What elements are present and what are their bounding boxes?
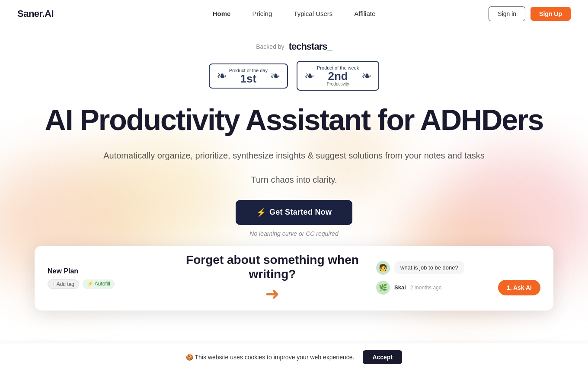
laurel-right-1: ❧ — [270, 69, 280, 83]
accept-cookie-button[interactable]: Accept — [363, 350, 402, 364]
nav-item-home[interactable]: Home — [213, 10, 231, 18]
preview-forget-text: Forget about something when writing? — [182, 253, 363, 282]
nav-item-affiliate[interactable]: Affiliate — [354, 10, 375, 18]
bolt-icon: ⚡ — [256, 208, 266, 217]
backed-by-label: Backed by — [256, 43, 284, 50]
award-week-rank: 2nd — [328, 70, 348, 82]
nav-link-home[interactable]: Home — [213, 10, 231, 17]
award-week-sub: Productivity — [327, 82, 349, 86]
nav-link-typical-users[interactable]: Typical Users — [294, 10, 332, 17]
award-day-text: Product of the day 1st — [229, 68, 268, 84]
nav-link-affiliate[interactable]: Affiliate — [354, 10, 375, 17]
nav-item-pricing[interactable]: Pricing — [252, 10, 272, 18]
laurel-left-1: ❧ — [217, 69, 227, 83]
laurel-left-2: ❧ — [304, 69, 314, 83]
preview-left: New Plan + Add tag ⚡ Autofill — [48, 267, 169, 289]
cookie-message: This website uses cookies to improve you… — [195, 354, 355, 361]
tag-add[interactable]: + Add tag — [48, 279, 79, 289]
cookie-text: 🍪 This website uses cookies to improve y… — [186, 354, 354, 361]
award-week-text: Product of the week 2nd Productivity — [317, 65, 359, 86]
tag-autofill[interactable]: ⚡ Autofill — [83, 279, 115, 289]
signup-button[interactable]: Sign Up — [530, 7, 571, 21]
preview-plan-title: New Plan — [48, 267, 169, 275]
hero-heading: AI Productivity Assistant for ADHDers — [45, 104, 543, 136]
get-started-button[interactable]: ⚡ Get Started Now — [236, 200, 353, 225]
cta-label: Get Started Now — [269, 208, 332, 217]
cta-wrapper: ⚡ Get Started Now No learning curve or C… — [236, 200, 353, 237]
backed-by-section: Backed by techstars_ — [256, 41, 332, 52]
nav-actions: Sign in Sign Up — [489, 6, 571, 21]
preview-middle: Forget about something when writing? ➜ — [182, 253, 363, 304]
award-week: ❧ Product of the week 2nd Productivity ❧ — [297, 61, 379, 91]
preview-chat-bubble: what is job to be done? — [394, 261, 464, 274]
techstars-logo: techstars_ — [289, 41, 332, 52]
ask-ai-button[interactable]: 1. Ask AI — [498, 280, 540, 295]
preview-right: 🧑 what is job to be done? 🌿 Skai 2 month… — [376, 261, 540, 295]
awards-row: ❧ Product of the day 1st ❧ ❧ Product of … — [209, 61, 380, 91]
hero-subheading: Automatically organize, prioritize, synt… — [103, 149, 485, 162]
preview-user-time: 2 months ago — [410, 285, 442, 291]
main-content: Backed by techstars_ ❧ Product of the da… — [0, 28, 588, 311]
preview-chat-row: 🧑 what is job to be done? — [376, 261, 540, 275]
preview-arrow-icon: ➜ — [265, 284, 280, 304]
preview-avatar: 🧑 — [376, 261, 390, 275]
preview-tags: + Add tag ⚡ Autofill — [48, 279, 169, 289]
cookie-emoji: 🍪 — [186, 354, 193, 361]
cookie-banner: 🍪 This website uses cookies to improve y… — [0, 343, 588, 371]
preview-card: New Plan + Add tag ⚡ Autofill Forget abo… — [35, 246, 553, 311]
laurel-right-2: ❧ — [361, 69, 371, 83]
logo[interactable]: Saner.AI — [17, 8, 54, 19]
cta-note: No learning curve or CC required — [249, 230, 338, 237]
navbar: Saner.AI Home Pricing Typical Users Affi… — [0, 0, 588, 28]
chaos-text: Turn chaos into clarity. — [251, 175, 337, 185]
signin-button[interactable]: Sign in — [489, 6, 525, 21]
nav-links: Home Pricing Typical Users Affiliate — [213, 10, 376, 18]
award-day: ❧ Product of the day 1st ❧ — [209, 63, 288, 89]
award-day-rank: 1st — [240, 73, 257, 84]
preview-user-avatar: 🌿 — [376, 281, 390, 295]
nav-item-typical-users[interactable]: Typical Users — [294, 10, 332, 18]
nav-link-pricing[interactable]: Pricing — [252, 10, 272, 17]
preview-user-name: Skai — [394, 284, 406, 291]
